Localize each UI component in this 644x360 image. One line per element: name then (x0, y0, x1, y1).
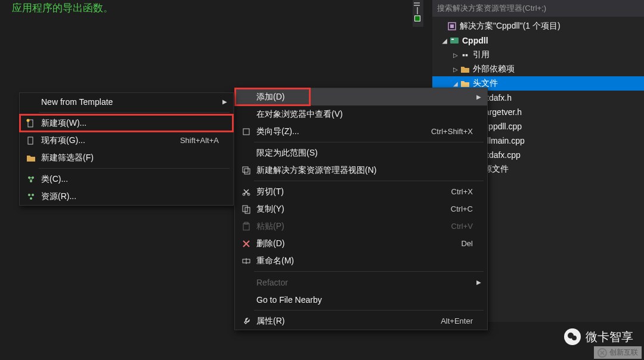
menu-label: 类(C)... (39, 174, 219, 185)
menu-shortcut: Ctrl+Shift+X (431, 127, 473, 136)
menu-separator (39, 112, 230, 113)
svg-point-33 (30, 197, 32, 200)
new-filter-icon (23, 153, 39, 163)
menu-label: 在对象浏览器中查看(V) (254, 109, 473, 120)
svg-point-35 (572, 336, 577, 340)
menu-label: New from Template (39, 97, 219, 107)
menu-delete[interactable]: 删除(D) Del (235, 235, 487, 252)
class-wizard-icon (239, 127, 254, 136)
file-label: stdafx.cpp (482, 150, 521, 160)
menu-label: 删除(D) (254, 238, 461, 249)
svg-point-31 (28, 194, 30, 196)
solution-node[interactable]: 解决方案"Cppdll"(1 个项目) (432, 19, 644, 33)
references-node[interactable]: ▷ ▪▪ 引用 (432, 48, 644, 62)
existing-item-icon (23, 136, 39, 145)
menu-shortcut: Del (461, 239, 473, 248)
menu-label: 复制(Y) (254, 204, 451, 215)
menu-cut[interactable]: 剪切(T) Ctrl+X (235, 183, 487, 200)
menu-separator (254, 310, 484, 311)
class-icon (23, 175, 39, 184)
menu-label: Refactor (254, 278, 473, 287)
menu-properties[interactable]: 属性(R) Alt+Enter (235, 312, 487, 330)
context-menu: 添加(D) ▶ 在对象浏览器中查看(V) 类向导(Z)... Ctrl+Shif… (234, 88, 488, 330)
svg-rect-2 (450, 38, 459, 44)
svg-rect-15 (243, 167, 248, 172)
editor-minimap-scrollbar[interactable] (413, 0, 423, 27)
submenu-class[interactable]: 类(C)... (20, 170, 233, 188)
solution-icon (447, 21, 457, 31)
solution-label: 解决方案"Cppdll"(1 个项目) (460, 21, 561, 32)
menu-copy[interactable]: 复制(Y) Ctrl+C (235, 200, 487, 218)
menu-class-wizard[interactable]: 类向导(Z)... Ctrl+Shift+X (235, 123, 487, 140)
paste-icon (239, 222, 254, 231)
submenu-arrow-icon: ▶ (219, 98, 227, 105)
search-placeholder-text: 搜索解决方案资源管理器(Ctrl+;) (437, 3, 546, 14)
folder-icon (460, 64, 470, 74)
copy-icon (239, 204, 254, 214)
menu-go-to-file-nearby[interactable]: Go to File Nearby (235, 291, 487, 308)
menu-shortcut: Ctrl+X (451, 187, 473, 196)
delete-icon (239, 239, 254, 249)
new-view-icon (239, 166, 254, 175)
project-label: Cppdll (462, 36, 488, 45)
menu-label: 现有项(G)... (39, 135, 180, 146)
file-label: dllmain.cpp (482, 136, 525, 145)
expand-icon[interactable]: ▷ (451, 66, 460, 73)
menu-label: 新建解决方案资源管理器视图(N) (254, 165, 473, 176)
submenu-existing-item[interactable]: 现有项(G)... Shift+Alt+A (20, 132, 233, 149)
menu-separator (254, 271, 484, 272)
svg-rect-21 (243, 224, 249, 230)
cut-icon (239, 187, 254, 197)
svg-rect-3 (451, 39, 454, 40)
external-deps-node[interactable]: ▷ 外部依赖项 (432, 62, 644, 76)
menu-rename[interactable]: 重命名(M) (235, 252, 487, 269)
menu-add[interactable]: 添加(D) ▶ (235, 88, 487, 105)
menu-separator (254, 181, 484, 181)
references-icon: ▪▪ (460, 50, 470, 60)
menu-label: 限定为此范围(S) (254, 148, 473, 159)
submenu-new-filter[interactable]: 新建筛选器(F) (20, 149, 233, 166)
project-node[interactable]: ◢ Cppdll (432, 33, 644, 48)
watermark-bottom: 创新互联 (594, 346, 642, 359)
menu-paste: 粘贴(P) Ctrl+V (235, 218, 487, 235)
svg-point-32 (32, 194, 34, 196)
resource-icon (23, 192, 39, 201)
submenu-resource[interactable]: 资源(R)... (20, 188, 233, 205)
menu-label: 粘贴(P) (254, 221, 451, 232)
menu-label: 添加(D) (254, 92, 473, 103)
menu-label: 新建筛选器(F) (39, 153, 219, 163)
menu-shortcut: Alt+Enter (441, 316, 473, 325)
menu-view-in-object-browser[interactable]: 在对象浏览器中查看(V) (235, 105, 487, 123)
logo-icon (597, 348, 607, 358)
menu-shortcut: Shift+Alt+A (180, 136, 219, 145)
menu-label: 重命名(M) (254, 256, 473, 266)
collapse-icon[interactable]: ◢ (441, 38, 449, 44)
watermark-main: 微卡智享 (564, 328, 633, 345)
menu-label: 属性(R) (254, 316, 441, 327)
rename-icon (239, 256, 254, 266)
references-label: 引用 (473, 49, 490, 60)
menu-refactor: Refactor ▶ (235, 274, 487, 291)
folder-icon (460, 79, 470, 88)
menu-new-solution-view[interactable]: 新建解决方案资源管理器视图(N) (235, 162, 487, 179)
solution-search-input[interactable]: 搜索解决方案资源管理器(Ctrl+;) (432, 0, 644, 17)
file-label: targetver.h (482, 107, 522, 117)
submenu-new-from-template[interactable]: New from Template ▶ (20, 93, 233, 110)
svg-rect-27 (28, 137, 33, 144)
expand-icon[interactable]: ▷ (451, 52, 460, 58)
code-comment-line: 应用程序的导出函数。 (12, 1, 113, 15)
watermark-bottom-text: 创新互联 (609, 347, 638, 358)
menu-separator (254, 142, 484, 142)
wechat-icon (564, 328, 581, 345)
new-item-icon (23, 119, 39, 128)
external-deps-label: 外部依赖项 (473, 64, 515, 75)
svg-rect-14 (243, 129, 249, 135)
submenu-arrow-icon: ▶ (473, 279, 481, 285)
menu-label: 类向导(Z)... (254, 126, 431, 137)
menu-limit-scope[interactable]: 限定为此范围(S) (235, 144, 487, 162)
collapse-icon[interactable]: ◢ (451, 80, 460, 87)
project-icon (449, 36, 460, 45)
menu-shortcut: Ctrl+C (451, 204, 473, 213)
submenu-new-item[interactable]: 新建项(W)... (20, 114, 233, 132)
menu-shortcut: Ctrl+V (451, 222, 473, 231)
